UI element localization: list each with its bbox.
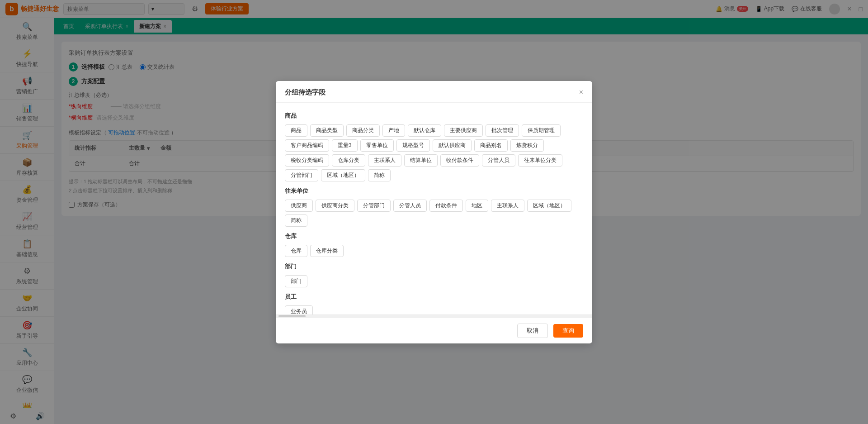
tag-product-refine[interactable]: 炼货积分 (510, 139, 544, 152)
tags-row-counterpart: 供应商 供应商分类 分管部门 分管人员 付款条件 地区 主联系人 区域（地区） … (285, 200, 583, 227)
modal-title: 分组待选字段 (285, 88, 326, 97)
tag-product-dept[interactable]: 分管部门 (285, 169, 318, 181)
section-title-product: 商品 (285, 112, 583, 120)
tag-counterpart-dept[interactable]: 分管部门 (357, 200, 391, 212)
section-title-dept: 部门 (285, 262, 583, 271)
tag-product-default-supplier[interactable]: 默认供应商 (433, 139, 472, 152)
tag-counterpart-payment[interactable]: 付款条件 (429, 200, 463, 212)
tag-counterpart-contact[interactable]: 主联系人 (491, 200, 524, 212)
tag-product-default-warehouse[interactable]: 默认仓库 (408, 124, 441, 137)
tag-product-alias[interactable]: 商品别名 (474, 139, 508, 152)
tag-product-warehouse-category[interactable]: 仓库分类 (332, 154, 365, 167)
tag-product-counterpart-cat[interactable]: 往来单位分类 (518, 154, 562, 167)
section-title-employee: 员工 (285, 293, 583, 301)
tag-counterpart-region[interactable]: 区域（地区） (527, 200, 571, 212)
tag-warehouse-category[interactable]: 仓库分类 (310, 245, 344, 257)
tag-product-weight3[interactable]: 重量3 (332, 139, 358, 152)
tag-product-supervisor[interactable]: 分管人员 (482, 154, 515, 167)
tag-product-main-supplier[interactable]: 主要供应商 (444, 124, 483, 137)
modal-header: 分组待选字段 × (276, 81, 592, 103)
confirm-button[interactable]: 查询 (553, 324, 583, 338)
tags-row-warehouse: 仓库 仓库分类 (285, 245, 583, 257)
section-title-counterpart: 往来单位 (285, 187, 583, 195)
tag-counterpart-supplier-cat[interactable]: 供应商分类 (316, 200, 354, 212)
tag-counterpart-area[interactable]: 地区 (466, 200, 488, 212)
tag-product-tax-code[interactable]: 税收分类编码 (285, 154, 329, 167)
tag-product-settlement-unit[interactable]: 结算单位 (404, 154, 438, 167)
tag-counterpart-person[interactable]: 分管人员 (393, 200, 427, 212)
tag-product-main-contact[interactable]: 主联系人 (368, 154, 401, 167)
tag-product-product[interactable]: 商品 (285, 124, 307, 137)
modal-close-button[interactable]: × (579, 88, 583, 96)
section-title-warehouse: 仓库 (285, 232, 583, 240)
tags-row-dept: 部门 (285, 275, 583, 287)
tags-row-product: 商品 商品类型 商品分类 产地 默认仓库 主要供应商 批次管理 保质期管理 客户… (285, 124, 583, 181)
cancel-button[interactable]: 取消 (517, 324, 548, 338)
tag-product-payment-terms[interactable]: 收付款条件 (440, 154, 479, 167)
tags-row-employee: 业务员 (285, 305, 583, 315)
tag-product-spec-model[interactable]: 规格型号 (396, 139, 430, 152)
tag-product-origin[interactable]: 产地 (382, 124, 405, 137)
tag-employee-salesman[interactable]: 业务员 (285, 305, 313, 315)
tag-product-type[interactable]: 商品类型 (310, 124, 344, 137)
tag-product-region[interactable]: 区域（地区） (321, 169, 365, 181)
tag-counterpart-supplier[interactable]: 供应商 (285, 200, 313, 212)
tag-product-category[interactable]: 商品分类 (346, 124, 380, 137)
tag-product-batch-mgmt[interactable]: 批次管理 (486, 124, 519, 137)
tag-warehouse-warehouse[interactable]: 仓库 (285, 245, 307, 257)
modal-overlay[interactable]: 分组待选字段 × 商品 商品 商品类型 商品分类 产地 默认仓库 主要供应商 批… (0, 0, 868, 424)
tag-product-customer-code[interactable]: 客户商品编码 (285, 139, 329, 152)
tag-counterpart-short[interactable]: 简称 (285, 214, 307, 227)
tag-dept-dept[interactable]: 部门 (285, 275, 307, 287)
tag-product-short-name[interactable]: 简称 (368, 169, 391, 181)
modal-body: 商品 商品 商品类型 商品分类 产地 默认仓库 主要供应商 批次管理 保质期管理… (276, 103, 592, 315)
tag-product-shelf-life[interactable]: 保质期管理 (522, 124, 561, 137)
modal: 分组待选字段 × 商品 商品 商品类型 商品分类 产地 默认仓库 主要供应商 批… (276, 81, 592, 343)
modal-footer: 取消 查询 (276, 318, 592, 343)
tag-product-retail-unit[interactable]: 零售单位 (360, 139, 394, 152)
